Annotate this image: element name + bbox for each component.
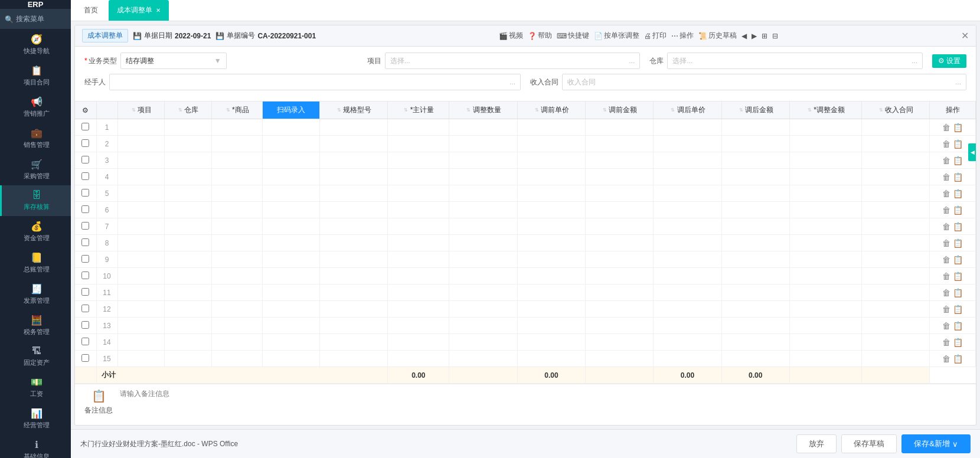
row-checkbox[interactable]	[75, 185, 96, 202]
cell-adj-qty[interactable]	[449, 136, 517, 152]
cell-after-price[interactable]	[654, 268, 721, 284]
cell-project[interactable]	[117, 119, 165, 136]
cell-before-amt[interactable]	[586, 218, 654, 235]
cell-after-amt[interactable]	[721, 318, 789, 334]
cell-spec[interactable]	[319, 119, 387, 136]
cell-before-price[interactable]	[517, 268, 585, 284]
cell-scan[interactable]	[262, 218, 319, 235]
cell-project[interactable]	[117, 235, 165, 251]
cell-goods[interactable]	[211, 268, 262, 284]
cell-income-contract[interactable]	[862, 235, 930, 251]
cell-goods[interactable]	[211, 185, 262, 202]
cell-adj-amt[interactable]	[789, 169, 861, 185]
cell-goods[interactable]	[211, 136, 262, 152]
discard-button[interactable]: 放弃	[796, 434, 837, 453]
cell-after-price[interactable]	[654, 136, 721, 152]
cell-spec[interactable]	[319, 136, 387, 152]
cell-before-price[interactable]	[517, 301, 585, 318]
delete-icon[interactable]: 🗑	[942, 156, 950, 165]
delete-icon[interactable]: 🗑	[942, 288, 950, 297]
cell-scan[interactable]	[262, 351, 319, 367]
cell-before-amt[interactable]	[586, 351, 654, 367]
cell-adj-qty[interactable]	[449, 318, 517, 334]
cell-after-price[interactable]	[654, 334, 721, 351]
col-adj-amt[interactable]: ⇅ *调整金额	[789, 102, 861, 119]
cell-unit[interactable]	[388, 136, 449, 152]
col-adj-qty[interactable]: ⇅ 调整数量	[449, 102, 517, 119]
cell-unit[interactable]	[388, 152, 449, 169]
cell-spec[interactable]	[319, 284, 387, 301]
cell-income-contract[interactable]	[862, 351, 930, 367]
save-draft-button[interactable]: 保存草稿	[841, 434, 897, 453]
cell-before-amt[interactable]	[586, 284, 654, 301]
sidebar-item-tax-mgmt[interactable]: 🧮 税务管理	[0, 310, 71, 341]
cell-project[interactable]	[117, 185, 165, 202]
cell-adj-amt[interactable]	[789, 119, 861, 136]
cell-unit[interactable]	[388, 235, 449, 251]
cell-spec[interactable]	[319, 202, 387, 218]
cell-spec[interactable]	[319, 334, 387, 351]
cell-before-price[interactable]	[517, 218, 585, 235]
cell-goods[interactable]	[211, 334, 262, 351]
toolbar-per-doc[interactable]: 📄 按单张调整	[594, 31, 639, 41]
delete-icon[interactable]: 🗑	[942, 238, 950, 248]
delete-icon[interactable]: 🗑	[942, 222, 950, 231]
cell-before-price[interactable]	[517, 318, 585, 334]
col-unit[interactable]: ⇅ *主计量	[388, 102, 449, 119]
cell-after-price[interactable]	[654, 169, 721, 185]
cell-before-amt[interactable]	[586, 235, 654, 251]
row-checkbox[interactable]	[75, 284, 96, 301]
delete-icon[interactable]: 🗑	[942, 354, 950, 364]
col-project[interactable]: ⇅ 项目	[117, 102, 165, 119]
collapse-icon[interactable]: ⊟	[772, 32, 778, 40]
sidebar-item-fund-mgmt[interactable]: 💰 资金管理	[0, 216, 71, 247]
cell-before-amt[interactable]	[586, 152, 654, 169]
row-checkbox[interactable]	[75, 202, 96, 218]
delete-icon[interactable]: 🗑	[942, 255, 950, 264]
cell-after-price[interactable]	[654, 152, 721, 169]
cell-warehouse[interactable]	[165, 185, 212, 202]
cell-before-amt[interactable]	[586, 301, 654, 318]
cell-spec[interactable]	[319, 185, 387, 202]
cell-adj-qty[interactable]	[449, 152, 517, 169]
row-checkbox[interactable]	[75, 251, 96, 268]
expand-icon[interactable]: ⊞	[762, 32, 767, 40]
cell-scan[interactable]	[262, 284, 319, 301]
delete-icon[interactable]: 🗑	[942, 305, 950, 314]
col-income-contract[interactable]: ⇅ 收入合同	[862, 102, 930, 119]
cell-adj-amt[interactable]	[789, 334, 861, 351]
toolbar-print[interactable]: 🖨 打印	[644, 31, 667, 41]
cell-after-amt[interactable]	[721, 351, 789, 367]
copy-icon[interactable]: 📋	[953, 222, 963, 231]
cell-income-contract[interactable]	[862, 136, 930, 152]
cell-adj-amt[interactable]	[789, 251, 861, 268]
cell-unit[interactable]	[388, 351, 449, 367]
cell-before-amt[interactable]	[586, 169, 654, 185]
cell-after-price[interactable]	[654, 284, 721, 301]
nav-next[interactable]: ▶	[752, 32, 757, 40]
cell-income-contract[interactable]	[862, 218, 930, 235]
save-new-arrow-icon[interactable]: ∨	[952, 440, 958, 449]
sidebar-item-inventory-calc[interactable]: 🗄 库存核算	[0, 185, 71, 216]
cell-after-amt[interactable]	[721, 119, 789, 136]
copy-icon[interactable]: 📋	[953, 205, 963, 215]
row-checkbox[interactable]	[75, 136, 96, 152]
cell-goods[interactable]	[211, 284, 262, 301]
cell-spec[interactable]	[319, 268, 387, 284]
cell-after-amt[interactable]	[721, 202, 789, 218]
cell-scan[interactable]	[262, 301, 319, 318]
cell-spec[interactable]	[319, 351, 387, 367]
delete-icon[interactable]: 🗑	[942, 338, 950, 347]
cell-project[interactable]	[117, 136, 165, 152]
cell-adj-qty[interactable]	[449, 334, 517, 351]
cell-warehouse[interactable]	[165, 284, 212, 301]
row-checkbox[interactable]	[75, 218, 96, 235]
row-checkbox[interactable]	[75, 351, 96, 367]
cell-income-contract[interactable]	[862, 185, 930, 202]
project-input[interactable]: 选择... ...	[385, 53, 641, 69]
col-warehouse[interactable]: ⇅ 仓库	[165, 102, 212, 119]
cell-project[interactable]	[117, 218, 165, 235]
cell-income-contract[interactable]	[862, 268, 930, 284]
cell-unit[interactable]	[388, 218, 449, 235]
cell-adj-amt[interactable]	[789, 235, 861, 251]
